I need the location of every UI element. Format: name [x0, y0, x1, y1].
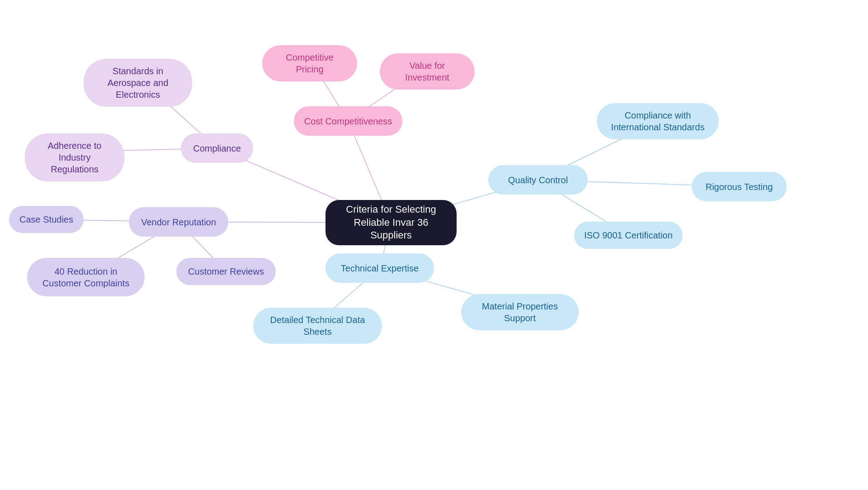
node-rigorous_testing: Rigorous Testing [692, 172, 787, 201]
node-value_investment: Value for Investment [380, 53, 475, 90]
node-iso_cert: ISO 9001 Certification [574, 222, 683, 249]
node-case_studies: Case Studies [9, 206, 84, 233]
node-quality_control: Quality Control [488, 165, 588, 195]
node-cost_comp: Cost Competitiveness [294, 106, 402, 136]
mind-map: Criteria for Selecting Reliable Invar 36… [0, 0, 868, 490]
node-customer_reviews: Customer Reviews [176, 258, 276, 285]
node-tech_expertise: Technical Expertise [326, 253, 434, 283]
node-standards_ae: Standards in Aerospace and Electronics [84, 59, 192, 107]
node-center: Criteria for Selecting Reliable Invar 36… [326, 200, 457, 245]
node-competitive_pricing: Competitive Pricing [262, 45, 357, 81]
node-detailed_sheets: Detailed Technical Data Sheets [253, 308, 382, 344]
node-compliance: Compliance [181, 133, 253, 163]
node-reduction_complaints: 40 Reduction in Customer Complaints [27, 258, 145, 296]
node-adherence: Adherence to Industry Regulations [25, 133, 124, 181]
node-vendor_rep: Vendor Reputation [129, 207, 228, 237]
node-material_support: Material Properties Support [461, 294, 579, 330]
node-compliance_intl: Compliance with International Standards [597, 103, 719, 139]
